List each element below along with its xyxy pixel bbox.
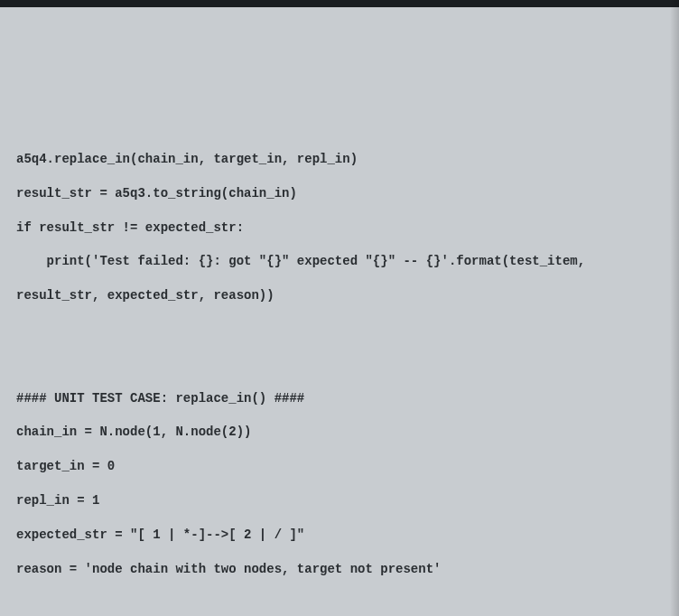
code-line: expected_str = "[ 1 | *-]-->[ 2 | / ]" xyxy=(16,527,663,544)
code-line: reason = 'node chain with two nodes, tar… xyxy=(16,561,663,578)
code-line: print('Test failed: {}: got "{}" expecte… xyxy=(16,253,663,270)
code-line: result_str = a5q3.to_string(chain_in) xyxy=(16,185,663,202)
code-editor: a5q4.replace_in(chain_in, target_in, rep… xyxy=(16,134,663,616)
code-line: #### UNIT TEST CASE: replace_in() #### xyxy=(16,390,663,407)
code-line: target_in = 0 xyxy=(16,458,663,475)
code-line: if result_str != expected_str: xyxy=(16,219,663,237)
code-line: result_str, expected_str, reason)) xyxy=(16,287,663,304)
code-line: chain_in = N.node(1, N.node(2)) xyxy=(16,424,663,441)
code-line: a5q4.replace_in(chain_in, target_in, rep… xyxy=(16,151,663,168)
code-line: repl_in = 1 xyxy=(16,492,663,509)
